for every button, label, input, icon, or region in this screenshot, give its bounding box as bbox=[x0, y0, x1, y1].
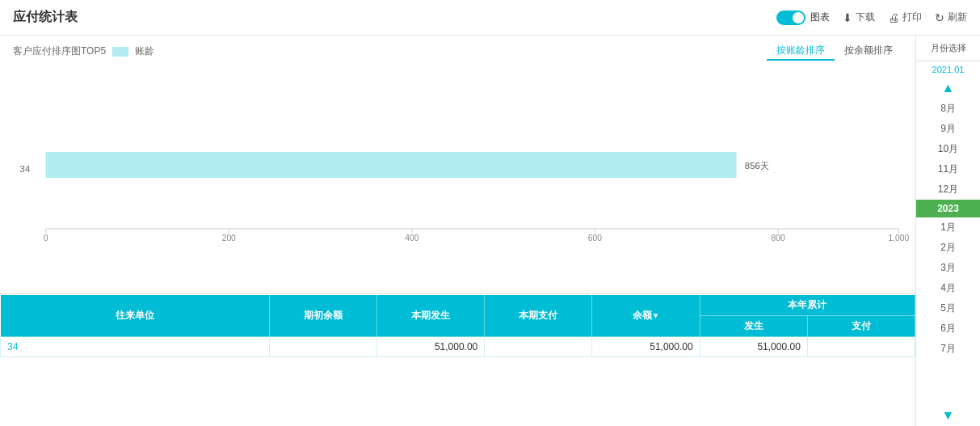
current-occurrence-cell: 51,000.00 bbox=[377, 337, 485, 357]
data-table: 往来单位 期初余额 本期发生 本期支付 bbox=[0, 293, 915, 357]
current-payment-cell bbox=[485, 337, 592, 357]
month-item-3[interactable]: 3月 bbox=[916, 258, 980, 278]
download-icon: ⬇ bbox=[843, 11, 852, 24]
year-marker-2023[interactable]: 2023 bbox=[916, 200, 980, 217]
sidebar-header-label: 月份选择 bbox=[916, 36, 980, 61]
table-row: 34 51,000.00 51,000.00 51,000.00 bbox=[1, 337, 915, 357]
unit-link[interactable]: 34 bbox=[7, 341, 18, 352]
month-item-7[interactable]: 7月 bbox=[916, 339, 980, 359]
svg-text:200: 200 bbox=[222, 234, 237, 243]
balance-cell: 51,000.00 bbox=[592, 337, 700, 357]
chart-container: 34 856天 0 200 400 600 800 bbox=[0, 67, 915, 293]
sort-by-amount-button[interactable]: 按账龄排序 bbox=[767, 42, 835, 61]
chart-toggle-wrap[interactable]: 图表 bbox=[776, 11, 830, 25]
opening-balance-cell bbox=[269, 337, 376, 357]
chart-legend: 客户应付排序图TOP5 账龄 bbox=[13, 44, 154, 58]
svg-text:800: 800 bbox=[771, 234, 785, 243]
refresh-icon: ↻ bbox=[935, 11, 944, 24]
print-icon: 🖨 bbox=[888, 11, 899, 24]
header-actions: 图表 ⬇ 下载 🖨 打印 ↻ 刷新 bbox=[776, 11, 967, 25]
sidebar-up-button[interactable]: ▲ bbox=[916, 78, 980, 99]
download-button[interactable]: ⬇ 下载 bbox=[843, 11, 875, 24]
chart-toggle[interactable] bbox=[776, 11, 805, 25]
col-current-occurrence: 本期发生 bbox=[377, 295, 485, 337]
month-item-11[interactable]: 11月 bbox=[916, 159, 980, 179]
col-balance: 余额▼ bbox=[592, 295, 700, 337]
month-item-2[interactable]: 2月 bbox=[916, 238, 980, 258]
col-current-payment: 本期支付 bbox=[485, 295, 592, 337]
page-title: 应付统计表 bbox=[13, 9, 78, 26]
chart-header: 客户应付排序图TOP5 账龄 按账龄排序 按余额排序 bbox=[0, 36, 915, 67]
month-item-12[interactable]: 12月 bbox=[916, 179, 980, 200]
sidebar-current-date: 2021.01 bbox=[916, 61, 980, 78]
refresh-button[interactable]: ↻ 刷新 bbox=[935, 11, 967, 24]
bar-rect bbox=[46, 152, 737, 178]
chart-toggle-label: 图表 bbox=[810, 11, 830, 24]
refresh-label: 刷新 bbox=[948, 11, 967, 24]
month-item-5[interactable]: 5月 bbox=[916, 298, 980, 318]
print-label: 打印 bbox=[902, 11, 922, 24]
svg-text:34: 34 bbox=[20, 164, 31, 174]
month-item-1[interactable]: 1月 bbox=[916, 217, 980, 238]
col-ytd-occurrence: 发生 bbox=[700, 316, 807, 337]
month-item-6[interactable]: 6月 bbox=[916, 318, 980, 339]
svg-text:0: 0 bbox=[44, 234, 48, 243]
legend-box-label: 账龄 bbox=[135, 44, 154, 58]
svg-text:400: 400 bbox=[405, 234, 419, 243]
col-ytd-group: 本年累计 bbox=[700, 295, 915, 316]
legend-box bbox=[112, 47, 128, 57]
month-item-9[interactable]: 9月 bbox=[916, 119, 980, 139]
download-label: 下载 bbox=[856, 11, 875, 24]
col-ytd-payment: 支付 bbox=[807, 316, 915, 337]
bar-chart: 34 856天 0 200 400 600 800 bbox=[0, 67, 915, 277]
ytd-occurrence-cell: 51,000.00 bbox=[700, 337, 807, 357]
legend-text: 客户应付排序图TOP5 bbox=[13, 44, 106, 58]
sidebar-down-button[interactable]: ▼ bbox=[916, 405, 980, 426]
month-item-4[interactable]: 4月 bbox=[916, 278, 980, 298]
month-item-10[interactable]: 10月 bbox=[916, 139, 980, 159]
sort-buttons: 按账龄排序 按余额排序 bbox=[767, 42, 902, 61]
svg-text:600: 600 bbox=[588, 234, 603, 243]
month-sidebar: 月份选择 2021.01 ▲ 8月 9月 10月 11月 12月 2023 1月… bbox=[915, 36, 980, 426]
ytd-payment-cell bbox=[807, 337, 915, 357]
sidebar-month-list: 8月 9月 10月 11月 12月 2023 1月 2月 3月 4月 5月 6月… bbox=[916, 99, 980, 405]
month-item-8[interactable]: 8月 bbox=[916, 99, 980, 119]
sort-by-balance-button[interactable]: 按余额排序 bbox=[835, 42, 902, 61]
col-unit: 往来单位 bbox=[1, 295, 270, 337]
svg-text:856天: 856天 bbox=[745, 161, 769, 171]
col-opening-balance: 期初余额 bbox=[269, 295, 376, 337]
print-button[interactable]: 🖨 打印 bbox=[888, 11, 922, 24]
svg-text:1,000: 1,000 bbox=[889, 234, 910, 243]
